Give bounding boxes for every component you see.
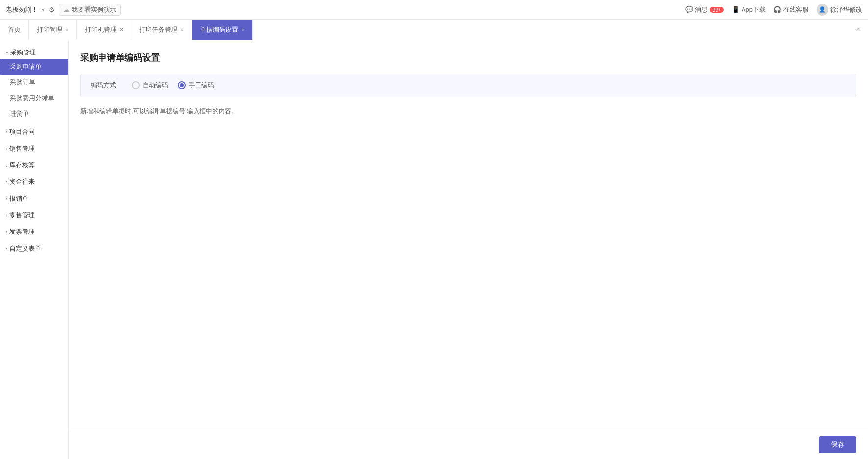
purchase-apply-label: 采购申请单 [10,63,42,70]
cloud-icon: ☁ [63,6,70,13]
purchase-expand-icon: ▾ [6,50,8,55]
tab-print-manage[interactable]: 打印管理 × [29,20,77,40]
inventory-label: 库存核算 [9,161,35,170]
save-button[interactable]: 保存 [819,436,856,453]
inventory-expand-icon: › [6,163,7,168]
sidebar: ▾ 采购管理 采购申请单 采购订单 采购费用分摊单 进货单 › 项目合同 › 销… [0,40,69,459]
tab-printer-manage-label: 打印机管理 [85,26,117,34]
sidebar-item-stock-in[interactable]: 进货单 [0,106,68,122]
project-contract-expand-icon: › [6,129,7,135]
sidebar-group-project-contract[interactable]: › 项目合同 [0,124,68,140]
sidebar-group-inventory[interactable]: › 库存核算 [0,157,68,174]
online-service-button[interactable]: 🎧 在线客服 [773,5,809,14]
message-label: 消息 [695,5,708,14]
sidebar-group-custom-form[interactable]: › 自定义表单 [0,240,68,257]
sidebar-item-purchase-expense[interactable]: 采购费用分摊单 [0,90,68,106]
top-bar: 老板勿割！ ▾ ⚙ ☁ 我要看实例演示 💬 消息 99+ 📱 App下载 🎧 在… [0,0,868,20]
sidebar-item-purchase-apply[interactable]: 采购申请单 [0,59,68,75]
coding-section: 编码方式 自动编码 手工编码 [80,74,856,97]
tab-single-code-close[interactable]: × [241,27,245,33]
sidebar-group-return[interactable]: › 报销单 [0,190,68,207]
tab-print-manage-close[interactable]: × [65,27,69,33]
top-bar-left: 老板勿割！ ▾ ⚙ ☁ 我要看实例演示 [6,4,121,16]
sidebar-group-capital[interactable]: › 资金往来 [0,174,68,190]
app-download-button[interactable]: 📱 App下载 [732,5,766,14]
tab-home[interactable]: 首页 [0,20,29,40]
sidebar-group-sales[interactable]: › 销售管理 [0,140,68,157]
top-bar-right: 💬 消息 99+ 📱 App下载 🎧 在线客服 👤 徐泽华修改 [685,4,862,16]
message-icon: 💬 [685,6,693,13]
tab-single-code[interactable]: 单据编码设置 × [192,20,253,40]
invoice-label: 发票管理 [9,228,35,236]
sidebar-group-purchase[interactable]: ▾ 采购管理 [0,44,68,59]
radio-auto-code[interactable]: 自动编码 [132,81,168,90]
retail-label: 零售管理 [9,211,35,220]
hint-text: 新增和编辑单据时,可以编辑'单据编号'输入框中的内容。 [80,107,856,116]
message-badge: 99+ [710,7,724,13]
invoice-expand-icon: › [6,230,7,235]
online-service-label: 在线客服 [783,5,809,14]
tab-print-task[interactable]: 打印任务管理 × [131,20,192,40]
purchase-group-label: 采购管理 [10,48,36,57]
message-button[interactable]: 💬 消息 99+ [685,5,724,14]
content-area: 采购申请单编码设置 编码方式 自动编码 手工编码 新增和编辑单据时,可以编辑'单… [69,40,868,459]
phone-icon: 📱 [732,6,740,13]
sidebar-group-invoice[interactable]: › 发票管理 [0,224,68,240]
capital-expand-icon: › [6,179,7,185]
tab-print-task-close[interactable]: × [180,27,184,33]
retail-expand-icon: › [6,213,7,218]
custom-form-label: 自定义表单 [9,244,41,253]
headset-icon: 🎧 [773,6,781,13]
content-inner: 采购申请单编码设置 编码方式 自动编码 手工编码 新增和编辑单据时,可以编辑'单… [69,40,868,430]
tab-printer-manage[interactable]: 打印机管理 × [77,20,131,40]
brand-text: 老板勿割！ [6,5,38,14]
page-title: 采购申请单编码设置 [80,52,856,64]
stock-in-label: 进货单 [10,110,29,117]
tab-home-label: 首页 [8,26,21,34]
tab-bar: 首页 打印管理 × 打印机管理 × 打印任务管理 × 单据编码设置 × × [0,20,868,40]
radio-manual-circle [178,81,186,89]
radio-manual-code[interactable]: 手工编码 [178,81,214,90]
demo-text: 我要看实例演示 [72,5,116,14]
purchase-order-label: 采购订单 [10,78,35,86]
sales-expand-icon: › [6,146,7,152]
sidebar-group-retail[interactable]: › 零售管理 [0,207,68,224]
radio-group-coding: 自动编码 手工编码 [132,81,214,90]
user-name: 徐泽华修改 [830,5,862,14]
tab-print-task-label: 打印任务管理 [139,26,177,34]
return-label: 报销单 [9,194,28,203]
brand-dropdown-icon[interactable]: ▾ [42,6,45,13]
coding-label: 编码方式 [91,81,116,90]
tab-bar-close-all[interactable]: × [848,26,868,34]
app-download-label: App下载 [742,5,766,14]
sidebar-item-purchase-order[interactable]: 采购订单 [0,75,68,90]
project-contract-label: 项目合同 [9,128,35,136]
tab-print-manage-label: 打印管理 [37,26,62,34]
avatar: 👤 [817,4,828,16]
tab-single-code-label: 单据编码设置 [200,26,238,34]
manual-code-label: 手工编码 [189,81,214,90]
return-expand-icon: › [6,196,7,202]
purchase-expense-label: 采购费用分摊单 [10,94,54,102]
capital-label: 资金往来 [9,178,35,186]
sales-label: 销售管理 [9,144,35,153]
auto-code-label: 自动编码 [143,81,168,90]
main-layout: ▾ 采购管理 采购申请单 采购订单 采购费用分摊单 进货单 › 项目合同 › 销… [0,40,868,459]
content-footer: 保存 [69,430,868,459]
tab-printer-manage-close[interactable]: × [120,27,123,33]
settings-icon[interactable]: ⚙ [49,6,55,14]
demo-button[interactable]: ☁ 我要看实例演示 [59,4,121,16]
radio-auto-circle [132,81,140,89]
custom-form-expand-icon: › [6,246,7,252]
user-menu[interactable]: 👤 徐泽华修改 [817,4,862,16]
